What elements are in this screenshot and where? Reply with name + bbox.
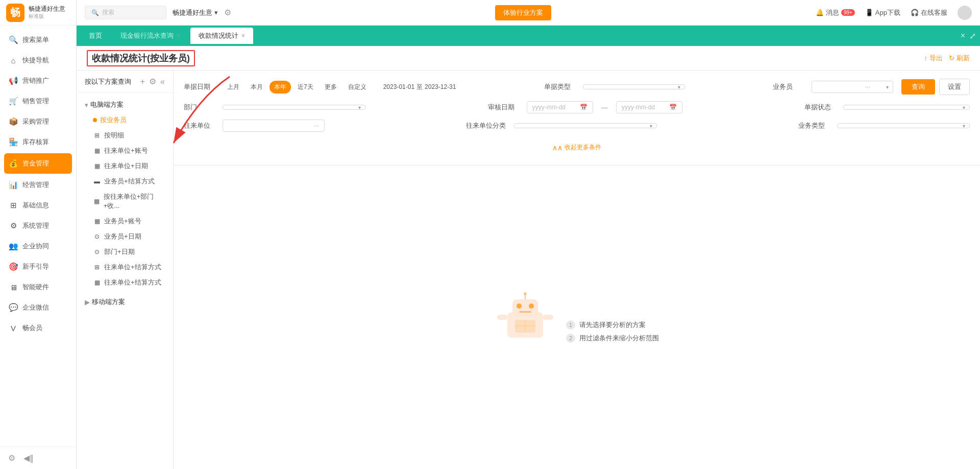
review-date-to-input[interactable]: yyyy-mm-dd 📅: [616, 101, 682, 113]
query-btn[interactable]: 查询: [901, 79, 935, 95]
sidebar-item-hardware[interactable]: 🖥 智能硬件: [0, 277, 76, 297]
sidebar-item-member[interactable]: V 畅会员: [0, 318, 76, 338]
date-tab-thisyear[interactable]: 本年: [270, 81, 291, 93]
svg-rect-7: [497, 315, 507, 320]
tree-item-unit-settle-1[interactable]: ⊞ 往来单位+结算方式: [77, 260, 173, 275]
tree-section: ▾ 电脑端方案 按业务员 ⊞ 按明细 ▦ 往来单位+账号 ▦: [77, 93, 173, 314]
tree-pc-section[interactable]: ▾ 电脑端方案: [77, 97, 173, 112]
biz-type-select[interactable]: ▾: [837, 123, 970, 128]
trial-btn[interactable]: 体验行业方案: [495, 5, 551, 20]
svg-rect-4: [519, 311, 531, 313]
tree-item-by-salesman[interactable]: 按业务员: [77, 112, 173, 128]
date-to-display: 2023-12-31: [425, 83, 456, 90]
user-avatar[interactable]: [958, 6, 972, 20]
date-tab-lastmonth[interactable]: 上月: [223, 81, 244, 93]
tab-close-window-btn[interactable]: ×: [961, 31, 965, 40]
topbar: 🔍 搜索 畅捷通好生意 ▾ ⚙ 体验行业方案 🔔 消息 99+ 📱 App下载: [77, 0, 980, 26]
salesman-select[interactable]: ··· ▾: [812, 81, 893, 93]
tab-bank-flow-close[interactable]: ×: [177, 32, 180, 39]
tab-bar: 首页 现金银行流水查询 × 收款情况统计 × × ⤢: [77, 26, 980, 46]
filter-row-1: 单据日期 上月 本月 本年 近7天 更多 自定义 2023-01-01 至 20…: [184, 79, 970, 95]
sidebar-item-wechat[interactable]: 💬 企业微信: [0, 297, 76, 318]
page-title: 收款情况统计(按业务员): [87, 50, 195, 66]
app-edition: 标准版: [29, 13, 65, 20]
dept-select[interactable]: ▾: [223, 105, 365, 110]
scheme-settings-btn[interactable]: ⚙: [149, 77, 156, 86]
calendar-icon-to[interactable]: 📅: [669, 104, 677, 111]
left-scheme-panel: 按以下方案查询 + ⚙ « ▾ 电脑端方案 按业务员: [77, 71, 174, 469]
tab-maximize-btn[interactable]: ⤢: [969, 31, 976, 41]
chart-icon: 📊: [8, 180, 18, 190]
tree-mobile-section[interactable]: ▶ 移动端方案: [77, 294, 173, 310]
topbar-gear-icon[interactable]: ⚙: [224, 8, 231, 17]
calendar-icon-from[interactable]: 📅: [580, 104, 587, 111]
tab-collection-stats-close[interactable]: ×: [241, 32, 245, 39]
collapse-conditions-btn[interactable]: ∧∧ 收起更多条件: [184, 138, 970, 157]
grid2-icon: ⊞: [8, 200, 18, 210]
review-date-from-input[interactable]: yyyy-mm-dd 📅: [527, 101, 593, 113]
empty-step-2: 2 用过滤条件来缩小分析范围: [566, 334, 659, 343]
sidebar-settings-btn[interactable]: ⚙: [8, 453, 15, 463]
bill-type-select[interactable]: ▾: [583, 84, 685, 89]
counterparty-more-btn[interactable]: ···: [314, 122, 319, 129]
sidebar-item-purchase[interactable]: 📦 采购管理: [0, 111, 76, 132]
date-tab-thismonth[interactable]: 本月: [246, 81, 267, 93]
tab-bank-flow[interactable]: 现金银行流水查询 ×: [112, 28, 188, 44]
clock-icon-1: ⊙: [93, 232, 101, 241]
topbar-app-dropdown[interactable]: 畅捷通好生意 ▾: [173, 8, 218, 17]
topbar-app-name: 畅捷通好生意: [173, 8, 212, 17]
topbar-search[interactable]: 🔍 搜索: [85, 6, 166, 19]
export-btn[interactable]: ↑ 导出: [924, 54, 943, 63]
bell-icon: 🔔: [816, 9, 824, 16]
tree-item-salesman-account[interactable]: ▦ 业务员+账号: [77, 214, 173, 229]
sidebar-item-collab[interactable]: 👥 企业协同: [0, 236, 76, 256]
sidebar-item-inventory[interactable]: 🏪 库存核算: [0, 132, 76, 152]
tree-item-unit-account[interactable]: ▦ 往来单位+账号: [77, 143, 173, 158]
sidebar-item-basic-info[interactable]: ⊞ 基础信息: [0, 195, 76, 216]
filter-row-3: 往来单位 ··· 往来单位分类 ▾ 业务类型 ▾: [184, 120, 970, 132]
refresh-btn[interactable]: ↻ 刷新: [949, 54, 970, 63]
add-scheme-btn[interactable]: +: [140, 77, 145, 86]
date-tab-custom[interactable]: 自定义: [344, 81, 371, 93]
page-header: 收款情况统计(按业务员) ↑ 导出 ↻ 刷新: [77, 46, 980, 71]
biz-type-label: 业务类型: [798, 121, 829, 130]
salesman-more-icon[interactable]: ···: [865, 83, 870, 90]
tree-item-unit-settle-2[interactable]: ▦ 往来单位+结算方式: [77, 275, 173, 290]
tree-item-salesman-date[interactable]: ⊙ 业务员+日期: [77, 229, 173, 244]
table-icon-5: ▦: [93, 278, 101, 287]
panel-collapse-btn[interactable]: «: [160, 77, 165, 86]
collapse-icon: ∧∧: [552, 144, 562, 152]
sidebar-item-management[interactable]: 📊 经营管理: [0, 175, 76, 195]
page-actions: ↑ 导出 ↻ 刷新: [924, 54, 970, 63]
tree-item-unit-dept-collect[interactable]: ▦ 按往来单位+部门+收...: [77, 189, 173, 214]
app-download-btn[interactable]: 📱 App下载: [865, 8, 900, 17]
hardware-icon: 🖥: [8, 282, 18, 292]
home-icon: ⌂: [8, 55, 18, 65]
counterparty-type-select[interactable]: ▾: [514, 123, 657, 128]
messages-btn[interactable]: 🔔 消息 99+: [816, 8, 855, 17]
bill-status-select[interactable]: ▾: [843, 105, 970, 110]
sidebar-item-sales[interactable]: 🛒 销售管理: [0, 91, 76, 111]
tree-item-dept-date[interactable]: ⊙ 部门+日期: [77, 244, 173, 260]
sidebar-item-quicknav[interactable]: ⌂ 快捷导航: [0, 50, 76, 71]
sidebar-collapse-btn[interactable]: ◀‖: [23, 453, 34, 463]
date-tab-more[interactable]: 更多: [320, 81, 341, 93]
counterparty-input[interactable]: ···: [223, 120, 325, 132]
sidebar-item-finance[interactable]: 💰 资金管理: [4, 153, 72, 174]
sidebar-item-search[interactable]: 🔍 搜索菜单: [0, 30, 76, 50]
date-tab-7days[interactable]: 近7天: [293, 81, 318, 93]
sidebar-item-marketing[interactable]: 📢 营销推广: [0, 71, 76, 91]
tab-collection-stats[interactable]: 收款情况统计 ×: [190, 28, 253, 44]
bill-type-label: 单据类型: [544, 82, 575, 91]
table-icon-2: ▦: [93, 162, 101, 170]
tree-item-detail[interactable]: ⊞ 按明细: [77, 128, 173, 143]
bill-status-label: 单据状态: [804, 103, 835, 112]
settings-btn[interactable]: 设置: [939, 79, 970, 95]
download-icon: 📱: [865, 9, 873, 16]
online-service-btn[interactable]: 🎧 在线客服: [911, 8, 947, 17]
sidebar-item-guide[interactable]: 🎯 新手引导: [0, 256, 76, 277]
tab-home[interactable]: 首页: [81, 28, 110, 44]
tree-item-unit-date[interactable]: ▦ 往来单位+日期: [77, 158, 173, 174]
tree-item-salesman-settle[interactable]: ▬ 业务员+结算方式: [77, 174, 173, 189]
sidebar-item-system[interactable]: ⚙ 系统管理: [0, 216, 76, 236]
